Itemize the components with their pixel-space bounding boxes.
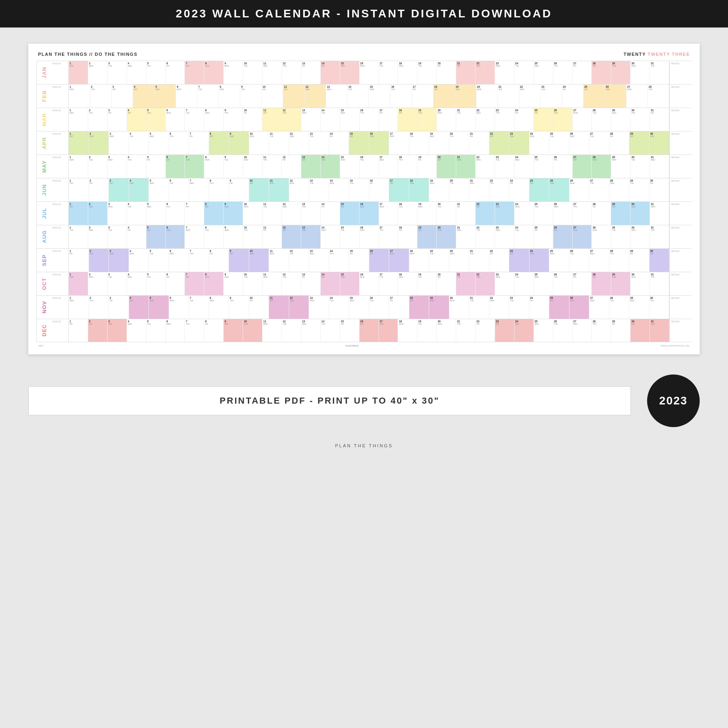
day-cell: 22SUN: [476, 61, 495, 84]
day-cell: 6WED: [169, 249, 189, 272]
month-label-jan: JAN: [36, 61, 52, 84]
month-label-aug: AUG: [36, 225, 52, 248]
day-cell: 5TUE: [146, 319, 166, 342]
month-row-jun: JUNFOCUS:1THU2FRI3SAT4SUN5MON6TUE7WED8TH…: [36, 178, 692, 201]
day-cell: 26WED: [569, 131, 590, 154]
focus-cell-aug: FOCUS:: [52, 225, 69, 248]
day-cell: 30SUN: [631, 202, 650, 225]
day-cell: 30SAT: [650, 249, 670, 272]
banner-title: 2023 WALL CALENDAR - INSTANT DIGITAL DOW…: [176, 7, 552, 20]
day-cell: 11WED: [262, 61, 282, 84]
day-cell: 4WED: [127, 61, 146, 84]
day-cell: 7TUE: [197, 85, 219, 108]
day-cell: 30THU: [631, 108, 650, 131]
day-cell: 1SAT: [69, 131, 89, 154]
day-cell: 13TUE: [309, 178, 329, 201]
day-cell: 7SUN: [185, 155, 204, 178]
day-cell: 21TUE: [498, 85, 519, 108]
day-cell: 22TUE: [476, 225, 495, 248]
day-cell: 8WED: [219, 85, 240, 108]
month-row-dec: DECFOCUS:1FRI2SAT3SUN4MON5TUE6WED7THU8FR…: [36, 319, 692, 342]
day-cell: 11MON: [262, 319, 282, 342]
day-cell: 6TUE: [169, 178, 189, 201]
day-cell: 8WED: [209, 296, 229, 319]
day-cell: 10FRI: [243, 108, 262, 131]
month-row-jan: JANFOCUS:1SUN2MON3TUE4WED5THU6FRI7SAT8SU…: [36, 61, 692, 84]
day-cell: 6FRI: [166, 61, 185, 84]
day-cell: 28TUE: [648, 85, 669, 108]
day-cell: 21FRI: [469, 131, 489, 154]
month-label-jun: JUN: [36, 178, 52, 201]
day-cell: 10WED: [243, 155, 262, 178]
day-cell: 3FRI: [109, 296, 129, 319]
day-cell: 17MON: [379, 202, 398, 225]
day-cell: 30SAT: [631, 319, 650, 342]
day-cell: 4MON: [127, 319, 146, 342]
day-cell: 21SUN: [456, 155, 476, 178]
day-cell: 13FRI: [301, 272, 321, 295]
month-label-mar: MAR: [36, 108, 52, 131]
day-cell: 25FRI: [534, 225, 553, 248]
day-cell: 23THU: [509, 296, 529, 319]
day-cell: 9SAT: [224, 319, 243, 342]
day-cell: 19WED: [429, 131, 449, 154]
day-cell: 21SAT: [456, 61, 476, 84]
day-cell: 17THU: [379, 225, 398, 248]
day-cell: 14SUN: [321, 155, 340, 178]
day-cell: 27WED: [589, 249, 609, 272]
day-cell: 27FRI: [573, 272, 592, 295]
day-cell: 27THU: [589, 131, 609, 154]
day-cell: 10TUE: [243, 272, 262, 295]
day-cell: 27SAT: [573, 155, 592, 178]
day-cell: 5THU: [146, 61, 166, 84]
day-cell: 13MON: [326, 85, 347, 108]
days-container-dec: 1FRI2SAT3SUN4MON5TUE6WED7THU8FRI9SAT10SU…: [69, 319, 669, 342]
day-cell: 15FRI: [349, 249, 369, 272]
month-row-nov: NOVFOCUS:1WED2THU3FRI4SAT5SUN6MON7TUE8WE…: [36, 295, 692, 319]
day-cell: 16THU: [360, 108, 379, 131]
day-cell: 8MON: [204, 155, 224, 178]
day-cell: 2TUE: [88, 155, 108, 178]
day-cell: 11TUE: [262, 202, 282, 225]
month-row-apr: APRFOCUS:1SAT2SUN3MON4TUE5WED6THU7FRI8SA…: [36, 131, 692, 154]
day-cell: 2SAT: [88, 319, 108, 342]
day-cell: 14THU: [329, 249, 349, 272]
focus-cell-apr: FOCUS:: [52, 131, 69, 154]
day-cell: 18TUE: [398, 202, 417, 225]
notes-cell-apr: NOTES:: [669, 131, 692, 154]
focus-cell-oct: FOCUS:: [52, 272, 69, 295]
day-cell: 5SUN: [149, 296, 169, 319]
day-cell: 6THU: [169, 131, 189, 154]
day-cell: 7SAT: [185, 61, 204, 84]
day-cell: 26SUN: [553, 108, 573, 131]
day-cell: 19SAT: [417, 225, 437, 248]
day-cell: 31FRI: [650, 108, 669, 131]
day-cell: 24FRI: [562, 85, 584, 108]
footer-remember: REMEMBER:: [345, 345, 360, 347]
day-cell: 27WED: [573, 319, 592, 342]
day-cell: 22THU: [489, 178, 510, 201]
day-cell: 30TUE: [631, 155, 650, 178]
day-cell: 6WED: [166, 319, 185, 342]
day-cell: 1WED: [69, 85, 90, 108]
day-cell: 21MON: [456, 225, 476, 248]
day-cell: 24FRI: [529, 296, 550, 319]
day-cell: 27MON: [589, 296, 609, 319]
day-cell: 26FRI: [553, 155, 573, 178]
day-cell: 20MON: [437, 108, 456, 131]
day-cell: 17SAT: [389, 178, 409, 201]
focus-cell-mar: FOCUS:: [52, 108, 69, 131]
day-cell: 2MON: [88, 61, 108, 84]
footer-brand: PLAN THE THINGS: [335, 443, 393, 448]
day-cell: 4THU: [127, 155, 146, 178]
day-cell: 8TUE: [204, 225, 224, 248]
day-cell: 17TUE: [379, 272, 398, 295]
notes-cell-mar: NOTES:: [669, 108, 692, 131]
day-cell: 24SUN: [529, 249, 550, 272]
days-container-nov: 1WED2THU3FRI4SAT5SUN6MON7TUE8WED9THU10FR…: [69, 296, 669, 319]
day-cell: 5TUE: [149, 249, 169, 272]
day-cell: 28MON: [592, 225, 611, 248]
focus-cell-jul: FOCUS:: [52, 202, 69, 225]
day-cell: 29MON: [611, 155, 631, 178]
day-cell: 3SAT: [109, 178, 129, 201]
